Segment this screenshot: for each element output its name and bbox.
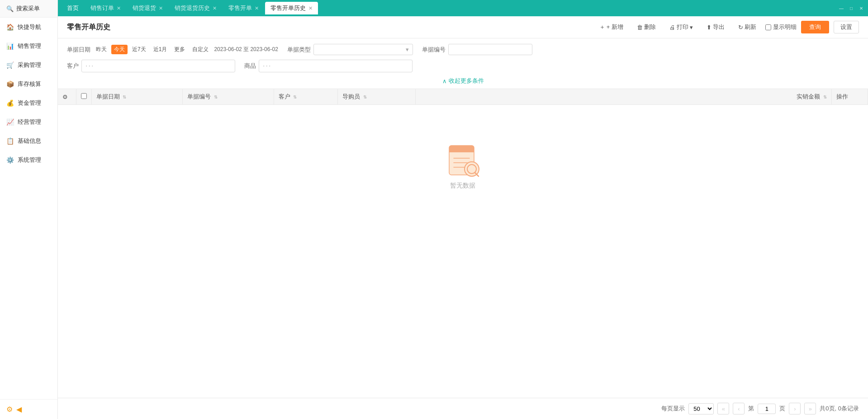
tab-retail-open-history[interactable]: 零售开单历史 ✕ <box>265 2 318 14</box>
next-page-button[interactable]: › <box>789 403 801 414</box>
date-range-display: 2023-06-02 至 2023-06-02 <box>214 46 278 53</box>
product-dots: ··· <box>263 62 271 70</box>
tab-close-icon[interactable]: ✕ <box>117 5 121 11</box>
data-table: ⚙ 单据日期 ⇅ 单据编号 ⇅ 客户 ⇅ <box>58 89 868 226</box>
product-label: 商品 <box>244 62 256 70</box>
tab-sales-order[interactable]: 销售订单 ✕ <box>85 2 126 14</box>
tab-close-icon[interactable]: ✕ <box>213 5 217 11</box>
tab-sales-return[interactable]: 销货退货 ✕ <box>127 2 168 14</box>
prev-page-button[interactable]: ‹ <box>733 403 745 414</box>
page-number-input[interactable] <box>758 404 776 414</box>
date-custom-btn[interactable]: 自定义 <box>190 45 211 54</box>
th-doc-no[interactable]: 单据编号 ⇅ <box>183 89 274 105</box>
th-checkbox[interactable] <box>76 89 91 105</box>
sidebar-item-inventory[interactable]: 📦 库存核算 <box>0 75 57 94</box>
home-icon: 🏠 <box>6 24 14 31</box>
tab-sales-return-history-label: 销货退货历史 <box>175 4 210 12</box>
export-button[interactable]: ⬆ 导出 <box>702 21 729 33</box>
date-label: 单据日期 <box>67 46 90 54</box>
add-icon: ＋ <box>599 23 605 31</box>
th-amount[interactable]: 实销金额 ⇅ <box>415 89 831 105</box>
sidebar-item-operations[interactable]: 📈 经营管理 <box>0 113 57 132</box>
last-page-icon: » <box>809 405 812 412</box>
svg-rect-2 <box>449 149 474 152</box>
sidebar-item-sys-mgmt[interactable]: ⚙️ 系统管理 <box>0 151 57 169</box>
display-detail-checkbox[interactable]: 显示明细 <box>765 23 797 31</box>
tab-home[interactable]: 首页 <box>62 2 84 14</box>
date-today-btn[interactable]: 今天 <box>111 45 128 54</box>
date-1month-btn[interactable]: 近1月 <box>151 45 170 54</box>
sidebar-item-label: 资金管理 <box>18 99 41 107</box>
main-content: 首页 销售订单 ✕ 销货退货 ✕ 销货退货历史 ✕ 零售开单 ✕ 零售开单历史 … <box>58 0 868 419</box>
tab-retail-open[interactable]: 零售开单 ✕ <box>223 2 264 14</box>
delete-button[interactable]: 🗑 删除 <box>632 21 660 33</box>
doc-type-select[interactable]: ▾ <box>313 44 413 55</box>
tab-bar: 首页 销售订单 ✕ 销货退货 ✕ 销货退货历史 ✕ 零售开单 ✕ 零售开单历史 … <box>58 0 868 16</box>
tab-close-active-icon[interactable]: ✕ <box>308 5 313 11</box>
customer-dots: ··· <box>85 62 94 70</box>
date-yesterday-btn[interactable]: 昨天 <box>93 45 109 54</box>
page-size-select[interactable]: 50 10 20 100 <box>688 403 714 414</box>
print-icon: 🖨 <box>669 24 675 31</box>
tab-close-icon[interactable]: ✕ <box>159 5 163 11</box>
sidebar-item-basic-info[interactable]: 📋 基础信息 <box>0 132 57 151</box>
sidebar-item-sales-mgmt[interactable]: 📊 销售管理 <box>0 37 57 56</box>
empty-state: 暂无数据 <box>58 105 868 226</box>
th-doc-date[interactable]: 单据日期 ⇅ <box>91 89 183 105</box>
product-select[interactable]: ··· <box>259 60 413 72</box>
ops-icon: 📈 <box>6 118 14 126</box>
date-7days-btn[interactable]: 近7天 <box>129 45 149 54</box>
print-label: 打印 <box>677 23 688 31</box>
window-controls: — □ ✕ <box>838 5 864 11</box>
first-page-button[interactable]: « <box>717 403 729 414</box>
sidebar-item-finance[interactable]: 💰 资金管理 <box>0 94 57 113</box>
doc-no-input[interactable] <box>448 44 532 55</box>
query-button[interactable]: 查询 <box>801 21 829 33</box>
print-button[interactable]: 🖨 打印 ▾ <box>665 21 697 33</box>
th-salesperson-label: 导购员 <box>342 93 360 100</box>
collapse-icon[interactable]: ◀ <box>16 405 22 414</box>
table-header-row: ⚙ 单据日期 ⇅ 单据编号 ⇅ 客户 ⇅ <box>58 89 868 105</box>
empty-text: 暂无数据 <box>450 182 475 190</box>
settings-icon[interactable]: ⚙ <box>6 405 13 414</box>
th-customer[interactable]: 客户 ⇅ <box>274 89 338 105</box>
sidebar-item-label: 销售管理 <box>18 42 41 50</box>
filter-row-2: 客户 ··· 商品 ··· <box>67 60 859 72</box>
display-detail-input[interactable] <box>765 24 771 30</box>
filter-area: 单据日期 昨天 今天 近7天 近1月 更多 自定义 2023-06-02 至 2… <box>58 38 868 89</box>
collapse-arrow-icon: ∧ <box>442 78 447 85</box>
gear-icon: ⚙️ <box>6 156 14 164</box>
sidebar-item-label: 基础信息 <box>18 137 41 145</box>
sidebar-search[interactable]: 🔍 搜索采单 <box>0 0 57 18</box>
th-salesperson[interactable]: 导购员 ⇅ <box>338 89 416 105</box>
sidebar-item-purchase-mgmt[interactable]: 🛒 采购管理 <box>0 56 57 75</box>
date-more-btn[interactable]: 更多 <box>171 45 188 54</box>
first-page-icon: « <box>722 405 725 412</box>
sort-icon: ⇅ <box>123 94 126 99</box>
table-area: ⚙ 单据日期 ⇅ 单据编号 ⇅ 客户 ⇅ <box>58 89 868 398</box>
tab-home-label: 首页 <box>67 4 79 12</box>
refresh-button[interactable]: ↻ 刷新 <box>734 21 761 33</box>
total-info: 共0页, 0条记录 <box>820 405 859 413</box>
settings-button[interactable]: 设置 <box>834 21 859 33</box>
th-ops: 操作 <box>832 89 868 105</box>
close-button[interactable]: ✕ <box>858 5 864 11</box>
sidebar-item-quick-nav[interactable]: 🏠 快捷导航 <box>0 18 57 37</box>
tab-sales-return-history[interactable]: 销货退货历史 ✕ <box>169 2 222 14</box>
sort-icon: ⇅ <box>214 94 218 99</box>
collapse-more-btn[interactable]: ∧ 收起更多条件 <box>67 77 859 85</box>
th-customer-label: 客户 <box>279 93 290 100</box>
last-page-button[interactable]: » <box>804 403 816 414</box>
minimize-button[interactable]: — <box>838 5 844 11</box>
tab-close-icon[interactable]: ✕ <box>255 5 259 11</box>
th-doc-date-label: 单据日期 <box>96 93 120 100</box>
customer-select[interactable]: ··· <box>81 60 235 72</box>
select-all-checkbox[interactable] <box>81 93 87 99</box>
page-word: 第 <box>748 405 754 413</box>
search-icon: 🔍 <box>6 5 14 12</box>
refresh-label: 刷新 <box>745 23 756 31</box>
add-button[interactable]: ＋ + 新增 <box>595 21 628 33</box>
maximize-button[interactable]: □ <box>848 5 854 11</box>
gear-icon: ⚙ <box>62 94 68 100</box>
th-gear[interactable]: ⚙ <box>58 89 76 105</box>
